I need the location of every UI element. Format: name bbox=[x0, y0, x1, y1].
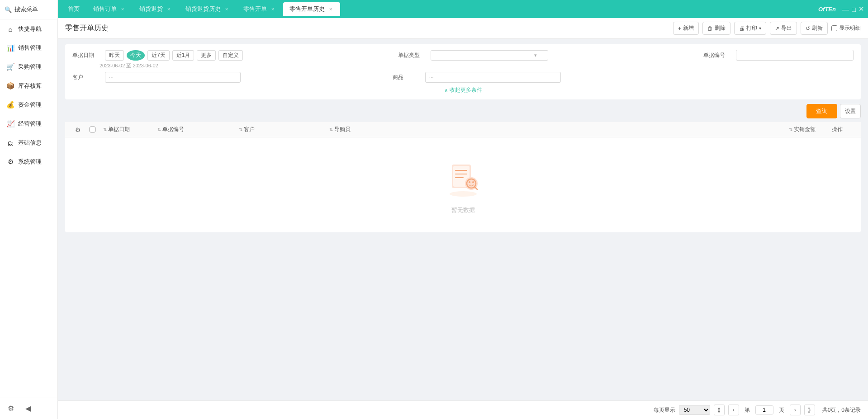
tab-retail-open[interactable]: 零售开单× bbox=[237, 2, 282, 16]
goods-filter-select[interactable]: ··· bbox=[425, 72, 561, 83]
tab-home[interactable]: 首页 bbox=[62, 2, 86, 16]
tab-sales-order[interactable]: 销售订单× bbox=[87, 2, 132, 16]
sidebar: 🔍 搜索采单 ⌂ 快捷导航 📊 销售管理 🛒 采购管理 📦 库存核算 💰 资金管… bbox=[0, 0, 58, 419]
sidebar-item-quick-nav[interactable]: ⌂ 快捷导航 bbox=[0, 19, 57, 38]
settings-bottom-icon[interactable]: ⚙ bbox=[5, 402, 17, 414]
customer-filter-label: 客户 bbox=[72, 74, 100, 81]
date-range-text: 2023-06-02 至 2023-06-02 bbox=[100, 62, 158, 69]
number-filter-input[interactable] bbox=[736, 50, 854, 61]
delete-label: 删除 bbox=[715, 24, 726, 32]
delete-button[interactable]: 🗑 删除 bbox=[702, 22, 730, 35]
date-btn-1month[interactable]: 近1月 bbox=[172, 50, 194, 61]
last-page-btn[interactable]: ⟫ bbox=[804, 405, 815, 415]
date-btn-more[interactable]: 更多 bbox=[197, 50, 216, 61]
sidebar-item-sales-mgmt[interactable]: 📊 销售管理 bbox=[0, 38, 57, 57]
page-label-before: 第 bbox=[745, 406, 750, 414]
sidebar-item-basic-info[interactable]: 🗂 基础信息 bbox=[0, 133, 57, 152]
close-window-icon[interactable]: ✕ bbox=[859, 5, 864, 13]
sort-customer-icon[interactable]: ⇅ bbox=[239, 127, 242, 132]
refresh-button[interactable]: ↺ 刷新 bbox=[801, 22, 828, 35]
sidebar-item-inventory[interactable]: 📦 库存核算 bbox=[0, 76, 57, 95]
th-amount-label: 实销金额 bbox=[794, 126, 816, 133]
page-title: 零售开单历史 bbox=[65, 24, 669, 33]
query-label: 查询 bbox=[816, 107, 828, 115]
tab-retail-open-history[interactable]: 零售开单历史× bbox=[283, 2, 340, 16]
sidebar-item-purchase-mgmt[interactable]: 🛒 采购管理 bbox=[0, 57, 57, 76]
sidebar-nav: ⌂ 快捷导航 📊 销售管理 🛒 采购管理 📦 库存核算 💰 资金管理 📈 经营管… bbox=[0, 19, 57, 397]
tabbar: 首页销售订单×销货退货×销货退货历史×零售开单×零售开单历史× OfTEn — … bbox=[58, 0, 868, 18]
collapse-label: 收起更多条件 bbox=[450, 86, 482, 94]
sidebar-icon-quick-nav: ⌂ bbox=[6, 25, 14, 33]
th-settings[interactable]: ⚙ bbox=[71, 126, 85, 133]
tab-sales-return-history[interactable]: 销货退货历史× bbox=[179, 2, 236, 16]
query-button[interactable]: 查询 bbox=[806, 104, 837, 118]
tabbar-right: OfTEn — □ ✕ bbox=[818, 5, 864, 13]
date-btn-custom[interactable]: 自定义 bbox=[218, 50, 243, 61]
type-filter-label: 单据类型 bbox=[398, 52, 425, 59]
svg-point-0 bbox=[450, 191, 477, 197]
minimize-icon[interactable]: — bbox=[842, 5, 849, 13]
per-page-label: 每页显示 bbox=[654, 406, 675, 414]
sort-date-icon[interactable]: ⇅ bbox=[103, 127, 107, 132]
date-btn-yesterday[interactable]: 昨天 bbox=[105, 50, 124, 61]
sidebar-icon-inventory: 📦 bbox=[6, 82, 14, 90]
sidebar-label-finance-mgmt: 资金管理 bbox=[18, 101, 42, 109]
sidebar-item-finance-mgmt[interactable]: 💰 资金管理 bbox=[0, 95, 57, 114]
filter-panel: 单据日期 昨天 今天 近7天 近1月 更多 自定义 单据类型 ▾ bbox=[65, 44, 861, 99]
tab-close-sales-return-history[interactable]: × bbox=[223, 6, 230, 12]
current-page-input[interactable] bbox=[755, 405, 773, 414]
column-settings-icon[interactable]: ⚙ bbox=[75, 126, 81, 133]
svg-point-9 bbox=[469, 181, 470, 183]
sort-guide-icon[interactable]: ⇅ bbox=[329, 127, 333, 132]
sidebar-item-ops-mgmt[interactable]: 📈 经营管理 bbox=[0, 114, 57, 133]
refresh-icon: ↺ bbox=[806, 25, 810, 32]
settings-filter-button[interactable]: 设置 bbox=[840, 104, 861, 118]
th-date: ⇅ 单据日期 bbox=[100, 126, 154, 133]
filter-row-2: 客户 ··· 商品 ··· bbox=[72, 72, 854, 83]
collapse-filter-btn[interactable]: ∧ 收起更多条件 bbox=[444, 86, 482, 94]
prev-page-btn[interactable]: ‹ bbox=[728, 405, 739, 415]
sidebar-search[interactable]: 🔍 搜索采单 bbox=[0, 0, 57, 19]
tab-label-sales-return-history: 销货退货历史 bbox=[185, 5, 221, 13]
add-icon: + bbox=[678, 25, 681, 32]
show-detail-checkbox[interactable] bbox=[831, 25, 837, 31]
sidebar-item-sys-mgmt[interactable]: ⚙ 系统管理 bbox=[0, 152, 57, 171]
sidebar-label-sales-mgmt: 销售管理 bbox=[18, 44, 42, 52]
sidebar-label-basic-info: 基础信息 bbox=[18, 139, 42, 147]
sidebar-icon-basic-info: 🗂 bbox=[6, 139, 14, 147]
date-btn-today[interactable]: 今天 bbox=[127, 50, 145, 61]
sort-number-icon[interactable]: ⇅ bbox=[157, 127, 161, 132]
first-page-btn[interactable]: ⟪ bbox=[714, 405, 725, 415]
restore-icon[interactable]: □ bbox=[852, 5, 856, 13]
tab-sales-return[interactable]: 销货退货× bbox=[133, 2, 178, 16]
th-customer: ⇅ 客户 bbox=[235, 126, 326, 133]
sort-amount-icon[interactable]: ⇅ bbox=[789, 127, 792, 132]
sidebar-icon-ops-mgmt: 📈 bbox=[6, 120, 14, 128]
tab-label-retail-open: 零售开单 bbox=[243, 5, 267, 13]
print-button[interactable]: 🖨 打印 ▾ bbox=[734, 22, 766, 35]
sidebar-icon-purchase-mgmt: 🛒 bbox=[6, 63, 14, 71]
tab-close-retail-open[interactable]: × bbox=[270, 6, 276, 12]
tab-label-sales-order: 销售订单 bbox=[93, 5, 117, 13]
show-detail-checkbox-label[interactable]: 显示明细 bbox=[831, 24, 861, 32]
tab-close-sales-order[interactable]: × bbox=[119, 6, 126, 12]
per-page-select[interactable]: 50 100 200 bbox=[679, 405, 710, 415]
type-filter-select[interactable]: ▾ bbox=[431, 50, 548, 61]
export-button[interactable]: ↗ 导出 bbox=[770, 22, 797, 35]
sidebar-label-purchase-mgmt: 采购管理 bbox=[18, 63, 42, 71]
tab-close-sales-return[interactable]: × bbox=[166, 6, 172, 12]
sidebar-search-label: 搜索采单 bbox=[14, 5, 38, 14]
select-all-checkbox[interactable] bbox=[90, 127, 95, 132]
customer-filter-select[interactable]: ··· bbox=[105, 72, 241, 83]
page-label-after: 页 bbox=[779, 406, 784, 414]
collapse-sidebar-icon[interactable]: ◀ bbox=[22, 402, 34, 414]
date-filter-group: 昨天 今天 近7天 近1月 更多 自定义 bbox=[105, 50, 243, 61]
tab-close-retail-open-history[interactable]: × bbox=[327, 6, 334, 12]
th-check[interactable] bbox=[85, 127, 100, 132]
pagination: 每页显示 50 100 200 ⟪ ‹ 第 页 › ⟫ 共0页，0条记录 bbox=[58, 400, 868, 419]
next-page-btn[interactable]: › bbox=[790, 405, 801, 415]
refresh-label: 刷新 bbox=[812, 24, 823, 32]
add-button[interactable]: + 新增 bbox=[673, 22, 699, 35]
date-btn-7days[interactable]: 近7天 bbox=[147, 50, 170, 61]
content-area: 单据日期 昨天 今天 近7天 近1月 更多 自定义 单据类型 ▾ bbox=[58, 39, 868, 400]
